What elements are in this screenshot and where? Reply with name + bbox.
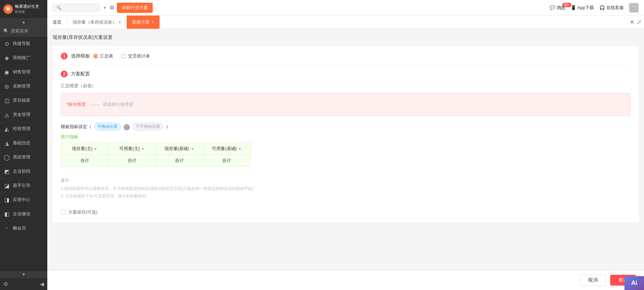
stats-col-2-cell: 合计 (156, 155, 203, 166)
close-window-btn[interactable]: ✕ (630, 19, 634, 25)
stats-col-1-header[interactable]: 可用量(主) ▼ (108, 143, 155, 155)
service-icon: 🎧 (599, 5, 605, 10)
save-checkbox[interactable] (61, 210, 66, 215)
step1-header: 1 选择模板 汇总表 交叉统计表 (61, 53, 630, 59)
enterprise-icon: ◩ (3, 168, 10, 175)
sidebar-item-label: 经营管理 (13, 126, 30, 132)
topbar-chevron-icon[interactable]: ▼ (103, 5, 107, 10)
settings-icon[interactable]: ⚙ (3, 281, 8, 287)
stats-col-1-label: 可用量(主) (119, 146, 140, 152)
radio-summary[interactable]: 汇总表 (93, 53, 113, 59)
logo-icon: 畅 (3, 4, 13, 14)
sidebar-item-marketing[interactable]: ◈ 营销推广 (0, 51, 47, 65)
sidebar-item-app-center[interactable]: ◨ 应用中心 (0, 193, 47, 207)
chevron-down-icon[interactable]: ▼ (141, 147, 145, 151)
tab-inventory-label: 现存量（库存状况表） (73, 19, 117, 25)
system-icon: ◯ (3, 154, 10, 161)
main-content: 现存量(库存状况表)方案设置 1 选择模板 汇总表 交叉统计表 (47, 29, 644, 270)
sidebar-item-label: 企业微信 (13, 211, 30, 217)
indicator-separator: ⬤ (123, 123, 130, 130)
sidebar-item-enterprise[interactable]: ◩ 企业协同 (0, 165, 47, 179)
step2-badge: 2 (61, 71, 68, 77)
sidebar-item-purchase[interactable]: ◎ 采购管理 (0, 79, 47, 94)
radio-crosstab[interactable]: 交叉统计表 (121, 53, 150, 59)
search-icon: 🔍 (56, 5, 61, 10)
tab-inventory-status[interactable]: 现存量（库存状况表） × (67, 16, 127, 29)
chevron-down-icon[interactable]: ▼ (191, 147, 194, 151)
indicator-close-paren: ） (166, 124, 170, 130)
stats-col-0-header[interactable]: 现存量(主) ▼ (61, 143, 108, 155)
sidebar-item-label: 营销推广 (13, 55, 30, 61)
tab-new-scheme-close-icon[interactable]: × (152, 20, 154, 25)
collapse-icon[interactable]: ◀ (40, 281, 44, 287)
movable-chip: 可拖动位置 (94, 123, 121, 130)
window-buttons: ✕ ⤢ (630, 19, 644, 25)
dimension-label: *纵向维度 (67, 101, 86, 107)
search-icon: 🔍 (3, 28, 9, 33)
tab-new-scheme[interactable]: 新建方案 × (127, 16, 160, 29)
message-btn[interactable]: 💬 消息 99+ (550, 5, 565, 11)
sales-icon: ◉ (3, 69, 10, 75)
sidebar-footer: ⚙ ◀ (0, 278, 47, 290)
ai-badge[interactable]: Ai (624, 276, 644, 290)
stats-col-0: 现存量(主) ▼ 合计 (61, 143, 108, 166)
stats-table-header: 现存量(主) ▼ 合计 可用量(主) ▼ 合计 (61, 143, 250, 166)
sidebar-item-label: 销售管理 (13, 69, 30, 75)
tab-home-label: 首页 (53, 19, 61, 25)
user-avatar[interactable] (629, 3, 639, 13)
sidebar-item-shortcuts[interactable]: ⊙ 快捷导航 (0, 37, 47, 51)
topbar: 🔍 ▼ ⚙ 体验行业方案 💬 消息 99+ 📱 App下载 🎧 在线客服 (47, 0, 644, 16)
stats-col-3-header[interactable]: 可用量(基辅) ▼ (203, 143, 250, 155)
topbar-gear-icon[interactable]: ⚙ (109, 4, 114, 11)
dimension-area[interactable]: *纵向维度 —— 请选择分组维度 (61, 93, 630, 116)
tab-inventory-close-icon[interactable]: × (119, 20, 121, 25)
sidebar-item-label: 资金管理 (13, 112, 30, 118)
topbar-search[interactable]: 🔍 (53, 4, 100, 12)
radio-summary-dot (93, 54, 98, 58)
sidebar-item-finance[interactable]: ◬ 资金管理 (0, 108, 47, 122)
sidebar-item-label: 新手引导 (13, 183, 30, 189)
sidebar-item-member[interactable]: ◦ 畅会员 (0, 221, 47, 235)
sidebar-item-system[interactable]: ◯ 系统管理 (0, 150, 47, 165)
stats-col-2-header[interactable]: 现存量(基辅) ▼ (156, 143, 203, 155)
cancel-button[interactable]: 取消 (580, 274, 606, 286)
stats-col-0-cell: 合计 (61, 155, 108, 166)
sidebar: 畅 畅康通好生意 标准版 ▲ 🔍 搜索菜单 ⊙ 快捷导航 ◈ 营销推广 ◉ 销售… (0, 0, 47, 290)
sidebar-item-newbie[interactable]: ◪ 新手引导 (0, 179, 47, 193)
save-label: 方案保存(可选) (68, 209, 98, 215)
stats-col-3-cell: 合计 (203, 155, 250, 166)
sidebar-item-sales[interactable]: ◉ 销售管理 (0, 65, 47, 79)
purchase-icon: ◎ (3, 83, 10, 90)
sidebar-item-basic[interactable]: ◮ 基础信息 (0, 136, 47, 150)
expand-window-btn[interactable]: ⤢ (637, 19, 641, 25)
sidebar-search[interactable]: 🔍 搜索菜单 (0, 25, 47, 37)
service-btn[interactable]: 🎧 在线客服 (599, 5, 624, 11)
tab-bar: 首页 现存量（库存状况表） × 新建方案 × ✕ ⤢ (47, 16, 644, 29)
stats-col-2: 现存量(基辅) ▼ 合计 (156, 143, 203, 166)
stats-col-3-label: 可用量(基辅) (212, 146, 237, 152)
sidebar-item-wechat[interactable]: ◧ 企业微信 (0, 207, 47, 221)
stats-col-3: 可用量(基辅) ▼ 合计 (203, 143, 250, 166)
sidebar-scroll-down[interactable]: ▼ (0, 271, 47, 278)
member-icon: ◦ (3, 225, 10, 231)
radio-summary-label: 汇总表 (100, 53, 113, 59)
stats-col-1-cell: 合计 (108, 155, 155, 166)
tab-home[interactable]: 首页 (47, 16, 67, 29)
sidebar-item-label: 企业协同 (13, 168, 30, 174)
sidebar-scroll-up[interactable]: ▲ (0, 19, 47, 25)
search-label: 搜索菜单 (11, 28, 28, 34)
industry-btn[interactable]: 体验行业方案 (117, 3, 153, 13)
dimension-placeholder: 请选择分组维度 (103, 101, 133, 107)
template-radio-group: 汇总表 交叉统计表 (93, 53, 150, 59)
sidebar-item-operations[interactable]: ◭ 经营管理 (0, 122, 47, 136)
chevron-down-icon[interactable]: ▼ (238, 147, 242, 151)
app-download-btn[interactable]: 📱 App下载 (571, 5, 594, 11)
tips-title: 提示： (61, 177, 630, 183)
chevron-down-icon[interactable]: ▼ (94, 147, 97, 151)
logo-subtitle: 标准版 (15, 9, 39, 14)
sidebar-item-inventory[interactable]: ◫ 库存核算 (0, 94, 47, 108)
stats-col-0-label: 现存量(主) (72, 146, 93, 152)
sidebar-item-label: 系统管理 (13, 154, 30, 160)
sidebar-logo: 畅 畅康通好生意 标准版 (0, 0, 47, 19)
stats-table: 现存量(主) ▼ 合计 可用量(主) ▼ 合计 (61, 143, 251, 167)
